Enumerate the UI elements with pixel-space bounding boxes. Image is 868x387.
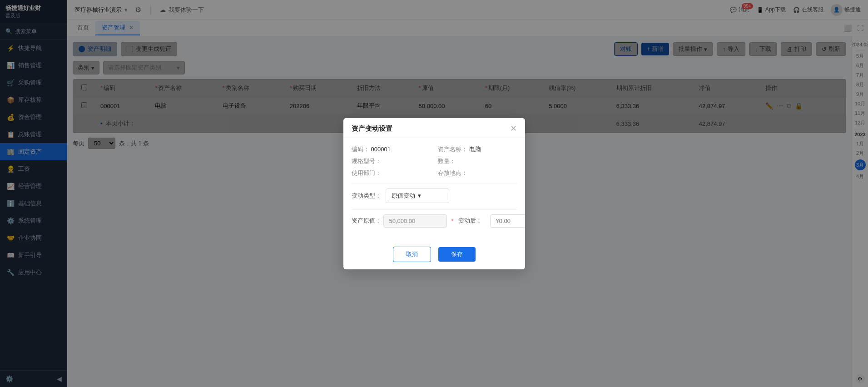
required-star: * (451, 218, 454, 224)
modal-footer: 取消 保存 (343, 241, 525, 269)
modal-header: 资产变动设置 ✕ (343, 118, 525, 138)
modal-value-row: 资产原值： * 变动后： (352, 214, 517, 228)
asset-change-modal: 资产变动设置 ✕ 编码： 000001 资产名称： 电脑 规格型号： 数量： (343, 118, 525, 269)
modal-spec-field: 规格型号： (352, 157, 431, 165)
modal-title: 资产变动设置 (352, 124, 392, 133)
modal-divider-2 (352, 209, 517, 210)
modal-asset-name-field: 资产名称： 电脑 (438, 145, 517, 154)
save-button[interactable]: 保存 (438, 247, 476, 262)
modal-dept-field: 使用部门： (352, 169, 431, 177)
original-value-input (383, 214, 447, 228)
chevron-down-icon: ▾ (418, 192, 421, 199)
modal-overlay: 资产变动设置 ✕ 编码： 000001 资产名称： 电脑 规格型号： 数量： (0, 0, 868, 387)
modal-change-type-row: 变动类型： 原值变动 ▾ (352, 189, 517, 203)
modal-quantity-field: 数量： (438, 157, 517, 165)
after-change-input[interactable] (490, 214, 525, 228)
modal-close-button[interactable]: ✕ (510, 124, 517, 133)
change-type-select[interactable]: 原值变动 ▾ (386, 189, 449, 203)
modal-storage-field: 存放地点： (438, 169, 517, 177)
modal-code-field: 编码： 000001 (352, 145, 431, 154)
cancel-button[interactable]: 取消 (393, 247, 431, 262)
modal-body: 编码： 000001 资产名称： 电脑 规格型号： 数量： 使用部门： (343, 138, 525, 241)
modal-info-grid: 编码： 000001 资产名称： 电脑 规格型号： 数量： 使用部门： (352, 145, 517, 177)
modal-divider (352, 184, 517, 184)
